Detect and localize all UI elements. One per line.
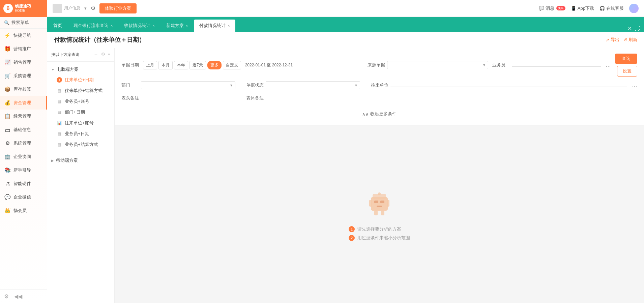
plan-item-salesperson-settlement[interactable]: ▦ 业务员+结算方式 <box>47 139 114 150</box>
messages-badge: 99+ <box>556 6 565 10</box>
last-7-days-btn[interactable]: 近7天 <box>189 61 206 69</box>
tab-pay-stats-close[interactable]: × <box>228 24 230 28</box>
settings-btn[interactable]: 设置 <box>617 66 637 77</box>
sidebar-item-hardware[interactable]: 🖨 智能硬件 <box>0 177 47 190</box>
salesperson-input-area <box>512 64 601 67</box>
hint2-num: 2 <box>349 235 355 241</box>
sidebar-item-guide[interactable]: 📚 新手引导 <box>0 163 47 177</box>
header-note-input[interactable] <box>141 94 229 102</box>
collapse-filter-btn[interactable]: ∧∧ 收起更多条件 <box>359 108 399 120</box>
logo-name: 畅捷通巧 <box>15 4 31 8</box>
sidebar-item-operation[interactable]: 📋 经营管理 <box>0 110 47 123</box>
date-range-text: 2022-01-01 至 2022-12-31 <box>245 62 293 68</box>
operation-icon: 📋 <box>4 113 11 120</box>
query-btn[interactable]: 查询 <box>615 54 637 64</box>
partner-more-icon[interactable]: … <box>632 82 637 88</box>
sidebar: 6 畅捷通巧 标准版 🔍 搜索菜单 ⚡ 快捷导航 🎁 营销推广 📈 销售管理 🛒… <box>0 0 47 303</box>
sidebar-item-basic[interactable]: 🗃 基础信息 <box>0 123 47 137</box>
header-note-group: 表头备注 <box>121 94 229 102</box>
user-info[interactable]: 用户信息 <box>53 4 80 13</box>
app-download-btn[interactable]: 📱 App下载 <box>571 5 594 11</box>
dept-label: 部门 <box>121 82 139 88</box>
logo-icon: 6 <box>3 4 13 13</box>
online-service-btn[interactable]: 🎧 在线客服 <box>599 5 624 11</box>
this-year-btn[interactable]: 本年 <box>174 61 188 69</box>
plan-label-salesperson-date: 业务员+日期 <box>65 131 89 137</box>
left-panel-actions: ＋ ⚙ « <box>93 52 110 58</box>
user-dropdown-icon[interactable]: ▾ <box>84 6 87 11</box>
source-select[interactable]: ▾ <box>387 61 488 69</box>
add-plan-icon[interactable]: ＋ <box>93 52 98 58</box>
sidebar-item-finance[interactable]: 💰 资金管理 <box>0 96 47 110</box>
app-download-label: App下载 <box>578 5 594 11</box>
sidebar-item-corp[interactable]: 🏢 企业协同 <box>0 150 47 163</box>
right-user[interactable] <box>629 4 639 13</box>
plan-label-salesperson-account: 业务员+账号 <box>65 98 89 104</box>
sidebar-item-wechat[interactable]: 💬 企业微信 <box>0 190 47 204</box>
this-month-btn[interactable]: 本月 <box>158 61 173 69</box>
body-note-input[interactable] <box>266 94 353 102</box>
section-arrow-icon: ▼ <box>51 68 55 71</box>
sidebar-item-label: 畅会员 <box>13 208 27 214</box>
mobile-plans-header[interactable]: ▶ 移动端方案 <box>47 155 114 165</box>
user-name: 用户信息 <box>64 5 80 11</box>
sidebar-nav: ⚡ 快捷导航 🎁 营销推广 📈 销售管理 🛒 采购管理 📦 库存核算 💰 资金管… <box>0 29 47 290</box>
trial-btn[interactable]: 体验行业方案 <box>99 3 137 13</box>
salesperson-group: 业务员 … <box>492 62 611 68</box>
sidebar-item-label: 新手引导 <box>13 167 31 173</box>
plan-settings-icon[interactable]: ⚙ <box>101 52 105 58</box>
search-label: 搜索菜单 <box>11 20 29 26</box>
collapse-label: 收起更多条件 <box>370 111 397 117</box>
plan-item-salesperson-account[interactable]: ▦ 业务员+账号 <box>47 96 114 107</box>
sidebar-item-member[interactable]: 👑 畅会员 <box>0 204 47 217</box>
last-month-btn[interactable]: 上月 <box>143 61 157 69</box>
plan-item-salesperson-date[interactable]: ▦ 业务员+日期 <box>47 128 114 139</box>
refresh-btn[interactable]: ↺ 刷新 <box>623 37 637 43</box>
tabs-bar: 首页 现金银行流水查询 × 收款情况统计 × 新建方案 × 付款情况统计 × ✕… <box>47 17 644 32</box>
more-btn[interactable]: 更多 <box>207 61 222 69</box>
sidebar-item-purchase[interactable]: 🛒 采购管理 <box>0 69 47 83</box>
collapse-panel-icon[interactable]: « <box>108 52 110 58</box>
page-title: 付款情况统计（往来单位＋日期） <box>54 36 145 44</box>
tab-cash-flow-close[interactable]: × <box>111 24 113 28</box>
sidebar-item-inventory[interactable]: 📦 库存核算 <box>0 83 47 96</box>
sidebar-item-sales[interactable]: 📈 销售管理 <box>0 56 47 69</box>
plan-item-partner-settlement[interactable]: ▦ 往来单位+结算方式 <box>47 85 114 96</box>
minimize-icon[interactable]: ✕ <box>627 25 632 32</box>
sidebar-item-label: 系统管理 <box>13 140 31 146</box>
topbar-right: 💬 消息 99+ 📱 App下载 🎧 在线客服 <box>539 4 639 13</box>
left-panel-header: 按以下方案查询 ＋ ⚙ « <box>47 48 114 62</box>
tab-new-plan[interactable]: 新建方案 × <box>161 20 193 32</box>
maximize-icon[interactable]: ⛶ <box>635 26 640 32</box>
dept-select[interactable]: ▾ <box>141 81 235 89</box>
tab-pay-stats[interactable]: 付款情况统计 × <box>194 20 235 32</box>
topbar: 用户信息 ▾ ⚙ 体验行业方案 💬 消息 99+ 📱 App下载 🎧 在线客服 <box>47 0 644 17</box>
logo-sub: 标准版 <box>15 8 31 13</box>
salesperson-more-icon[interactable]: … <box>606 62 611 68</box>
tab-new-plan-close[interactable]: × <box>186 24 188 28</box>
svg-rect-1 <box>374 201 378 203</box>
plan-item-dept-date[interactable]: ▦ 部门+日期 <box>47 107 114 118</box>
tab-receive-stats-close[interactable]: × <box>152 24 154 28</box>
collapse-sidebar-icon[interactable]: ◀◀ <box>14 293 22 300</box>
export-label: 导出 <box>611 37 619 43</box>
tab-home[interactable]: 首页 <box>48 20 67 32</box>
settings-icon[interactable]: ⚙ <box>91 5 95 11</box>
custom-btn[interactable]: 自定义 <box>223 61 241 69</box>
tab-cash-flow[interactable]: 现金银行流水查询 × <box>68 20 118 32</box>
marketing-icon: 🎁 <box>4 46 11 52</box>
desktop-plans-header[interactable]: ▼ 电脑端方案 <box>47 64 114 74</box>
search-menu[interactable]: 🔍 搜索菜单 <box>0 17 47 29</box>
sidebar-item-marketing[interactable]: 🎁 营销推广 <box>0 42 47 56</box>
quick-nav-icon: ⚡ <box>4 32 11 39</box>
messages-btn[interactable]: 💬 消息 99+ <box>539 5 565 11</box>
plan-item-partner-account[interactable]: 📊 往来单位+账号 <box>47 118 114 128</box>
export-btn[interactable]: ↗ 导出 <box>606 37 619 43</box>
settings-bottom-icon[interactable]: ⚙ <box>4 293 9 300</box>
doc-status-select[interactable]: ▾ <box>266 81 360 89</box>
page-header: 付款情况统计（往来单位＋日期） ↗ 导出 ↺ 刷新 <box>47 32 644 48</box>
plan-item-partner-date[interactable]: ● 往来单位+日期 <box>47 74 114 85</box>
sidebar-item-quick-nav[interactable]: ⚡ 快捷导航 <box>0 29 47 42</box>
sidebar-item-system[interactable]: ⚙ 系统管理 <box>0 137 47 150</box>
tab-receive-stats[interactable]: 收款情况统计 × <box>119 20 160 32</box>
